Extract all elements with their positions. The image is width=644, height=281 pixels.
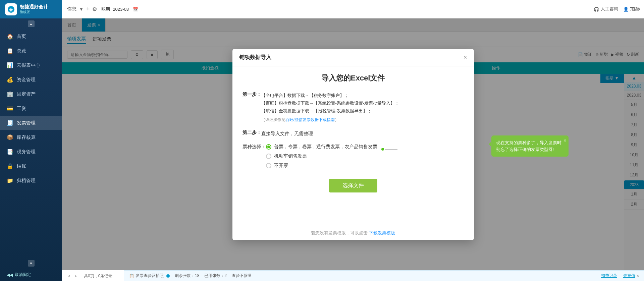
sidebar-item-label: 库存核算 xyxy=(17,134,36,140)
logo-text: 畅捷通好会计 xyxy=(20,4,48,10)
cancel-pin-icon: ◀◀ xyxy=(7,273,13,277)
hint-suffix: ） xyxy=(335,117,339,122)
sidebar-nav: 🏠 首页 📋 总账 📊 云报表中心 💰 资金管理 🏢 固定资产 💳 工资 🧾 发… xyxy=(0,29,62,258)
calendar-icon[interactable]: 📅 xyxy=(133,7,138,12)
hint-link[interactable]: 百旺/航信发票数据下载指南 xyxy=(285,117,335,122)
sidebar-item-label: 归档管理 xyxy=(17,178,36,184)
sidebar-item-salary[interactable]: 💳 工资 xyxy=(0,101,62,116)
archive-icon: 📁 xyxy=(7,177,13,184)
footer-prefix: 若您没有发票模版，可以点击 xyxy=(311,230,368,235)
dialog-close-button[interactable]: × xyxy=(464,54,467,61)
sidebar: 会 畅捷通好会计 旗舰版 ▲ 🏠 首页 📋 总账 📊 云报表中心 💰 资金管理 … xyxy=(0,0,62,281)
step1-content: 【全电平台】数据下载→【税务数字账户】； 【百旺】税控盘数据下载→【系统设置-系… xyxy=(261,92,399,124)
statusbar-close-button[interactable]: × xyxy=(637,274,639,278)
funds-icon: 💰 xyxy=(7,76,13,83)
logo-icon: 会 xyxy=(5,3,17,15)
ticket-options: 普票，专票，卷票，通行费发票，农产品销售发票 × 现在支持的票种多了，导 xyxy=(266,144,377,172)
svg-text:会: 会 xyxy=(9,8,13,12)
tooltip-bubble: × 现在支持的票种多了，导入发票时别忘了选择正确的发票类型呀! xyxy=(491,135,569,157)
step1-label: 第一步： xyxy=(243,92,261,98)
help-label: 人工咨询 xyxy=(601,6,618,12)
sidebar-item-label: 发票管理 xyxy=(17,120,36,126)
help-button[interactable]: 🎧 人工咨询 xyxy=(594,6,618,12)
dialog-btn-area: 选择文件 xyxy=(243,179,464,192)
sidebar-item-label: 结账 xyxy=(17,163,26,169)
ticket-option-vehicle[interactable]: 机动车销售发票 xyxy=(266,153,377,159)
step2-content: 直接导入文件，无需整理 xyxy=(261,129,313,138)
sidebar-item-label: 固定资产 xyxy=(17,91,36,97)
recharge-link[interactable]: 去充值 xyxy=(623,273,635,279)
sidebar-item-label: 云报表中心 xyxy=(17,62,40,68)
salary-icon: 💳 xyxy=(7,105,13,112)
home-icon: 🏠 xyxy=(7,33,13,40)
ticket-select: 票种选择： 普票，专票，卷票，通行费发票，农产品销售发票 xyxy=(243,144,464,172)
sidebar-item-label: 首页 xyxy=(17,34,26,40)
sidebar-item-label: 总账 xyxy=(17,48,26,54)
next-page-button[interactable]: ＞ xyxy=(74,273,78,279)
statusbar-used: 已用张数：2 xyxy=(204,273,227,279)
status-dot xyxy=(166,274,170,278)
used-label: 已用张数：2 xyxy=(204,273,227,279)
period-value: 2023-03 xyxy=(113,7,129,12)
prev-page-button[interactable]: ＜ xyxy=(67,273,71,279)
ticket-vehicle-label: 机动车销售发票 xyxy=(274,153,307,159)
sidebar-item-assets[interactable]: 🏢 固定资产 xyxy=(0,87,62,101)
dialog-main-title: 导入您的Excel文件 xyxy=(243,73,464,83)
invoice-check-label: 发票查验及拍照 xyxy=(136,273,164,279)
dialog-body: 导入您的Excel文件 第一步： 【全电平台】数据下载→【税务数字账户】； 【百… xyxy=(232,66,474,226)
remaining-label: 剩余张数：18 xyxy=(175,273,199,279)
statusbar: 📋 发票查验及拍照 剩余张数：18 已用张数：2 查验不限量 扣费记录 去充值 … xyxy=(124,270,644,281)
step1-line3: 【航信】金税盘数据下载→【报税管理-发票数据导出】； xyxy=(261,107,399,115)
dialog-overlay: 销项数据导入 × 导入您的Excel文件 第一步： 【全电平台】数据下载→【税务… xyxy=(62,18,644,270)
invoice-icon: 🧾 xyxy=(7,120,13,126)
step1-line2: 【百旺】税控盘数据下载→【系统设置-系统参数设置-发票批量导入】； xyxy=(261,99,399,107)
deduction-record-link[interactable]: 扣费记录 xyxy=(601,273,617,279)
sidebar-item-home[interactable]: 🏠 首页 xyxy=(0,29,62,44)
assets-icon: 🏢 xyxy=(7,91,13,97)
company-dropdown-icon[interactable]: ▼ xyxy=(79,7,84,12)
dialog-header: 销项数据导入 × xyxy=(232,49,474,66)
sidebar-item-closing[interactable]: 🔒 结账 xyxy=(0,159,62,173)
sidebar-scroll-down[interactable]: ▼ xyxy=(28,260,35,267)
sidebar-item-label: 资金管理 xyxy=(17,77,36,83)
add-button[interactable]: + xyxy=(86,6,90,13)
sidebar-item-inventory[interactable]: 📦 库存核算 xyxy=(0,130,62,145)
ticket-option-none[interactable]: 不开票 xyxy=(266,163,377,169)
radio-vehicle xyxy=(266,154,271,159)
sidebar-item-tax[interactable]: 📑 税务管理 xyxy=(0,145,62,159)
import-dialog: 销项数据导入 × 导入您的Excel文件 第一步： 【全电平台】数据下载→【税务… xyxy=(232,49,474,240)
close-window-button[interactable]: × xyxy=(638,6,641,12)
statusbar-invoice-check: 📋 发票查验及拍照 xyxy=(129,273,170,279)
sidebar-item-archive[interactable]: 📁 归档管理 xyxy=(0,173,62,188)
sidebar-item-label: 工资 xyxy=(17,106,26,112)
sidebar-item-invoice[interactable]: 🧾 发票管理 xyxy=(0,116,62,130)
select-file-button[interactable]: 选择文件 xyxy=(329,179,377,192)
cancel-pin-label: 取消固定 xyxy=(15,272,31,278)
company-name: 你您 xyxy=(67,6,76,12)
sidebar-item-funds[interactable]: 💰 资金管理 xyxy=(0,72,62,87)
tooltip-inner: × 现在支持的票种多了，导入发票时别忘了选择正确的发票类型呀! xyxy=(397,139,475,160)
maximize-button[interactable]: 🗖 xyxy=(630,6,635,12)
tooltip-close-button[interactable]: × xyxy=(564,137,566,144)
invoice-check-icon: 📋 xyxy=(129,274,134,278)
settings-icon[interactable]: ⚙ xyxy=(92,6,97,12)
tooltip-line xyxy=(385,149,397,150)
dialog-footer: 若您没有发票模版，可以点击 下载发票模版 xyxy=(232,226,474,240)
ticket-option-general[interactable]: 普票，专票，卷票，通行费发票，农产品销售发票 × 现在支持的票种多了，导 xyxy=(266,144,377,150)
radio-general xyxy=(266,144,271,150)
step1: 第一步： 【全电平台】数据下载→【税务数字账户】； 【百旺】税控盘数据下载→【系… xyxy=(243,92,464,124)
tooltip-dot xyxy=(381,147,385,151)
sidebar-scroll-up[interactable]: ▲ xyxy=(28,20,35,27)
step1-hint: （详细操作见百旺/航信发票数据下载指南） xyxy=(261,116,399,124)
inventory-icon: 📦 xyxy=(7,134,13,140)
cancel-pin-button[interactable]: ◀◀ 取消固定 xyxy=(0,269,62,281)
ticket-select-label: 票种选择： xyxy=(243,144,266,150)
tooltip-container: × 现在支持的票种多了，导入发票时别忘了选择正确的发票类型呀! xyxy=(397,139,475,160)
sidebar-item-reports[interactable]: 📊 云报表中心 xyxy=(0,58,62,72)
radio-none xyxy=(266,163,271,168)
step2-label: 第二步： xyxy=(243,130,261,136)
sidebar-item-ledger[interactable]: 📋 总账 xyxy=(0,44,62,58)
hint-prefix: （详细操作见 xyxy=(261,117,285,122)
download-template-link[interactable]: 下载发票模版 xyxy=(369,230,395,235)
sidebar-logo: 会 畅捷通好会计 旗舰版 xyxy=(0,0,62,18)
